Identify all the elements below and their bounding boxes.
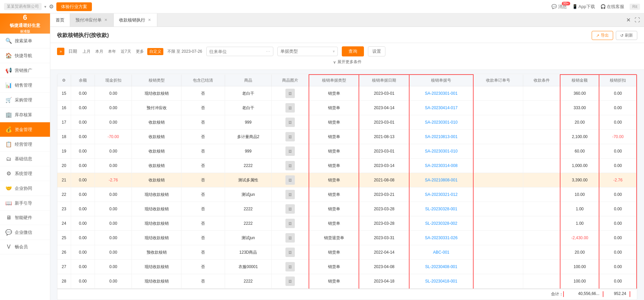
- table-wrap[interactable]: ⚙ 余额 现金折扣 核销类型 包含已结清 商品 商品图片 核销单据类型 核销单据…: [57, 74, 637, 300]
- th-cash-discount: 现金折扣: [95, 75, 132, 86]
- sidebar-item-member[interactable]: V畅会员: [0, 240, 50, 254]
- sidebar-item-purchase[interactable]: 🛒采购管理: [0, 93, 50, 108]
- cell-write-off-type-6: 销货单: [309, 173, 359, 187]
- filter-expand-button[interactable]: »: [57, 48, 64, 55]
- write-off-no-link-2[interactable]: SA-20230301-010: [425, 120, 458, 125]
- cell-write-off-discount-1: 0.00: [599, 101, 637, 115]
- cell-write-off-no-2[interactable]: SA-20230301-010: [409, 115, 473, 130]
- date-prev-month[interactable]: 上月: [81, 48, 92, 55]
- write-off-no-link-10[interactable]: SA-20230331-026: [425, 235, 458, 240]
- cell-type-0: 现结收款核销: [132, 86, 181, 101]
- sidebar-item-corp[interactable]: 🤝企业协同: [0, 181, 50, 196]
- sidebar-item-system[interactable]: ⚙系统管理: [0, 166, 50, 181]
- cell-write-off-no-1[interactable]: SA-20230414-017: [409, 101, 473, 115]
- partner-more-icon[interactable]: ···: [266, 48, 270, 54]
- tab-close-all-icon[interactable]: ✕: [625, 16, 632, 24]
- tab-home[interactable]: 首页: [50, 13, 70, 27]
- date-label: 日期: [68, 48, 77, 54]
- cell-included-10: 否: [181, 231, 225, 245]
- sidebar-item-basic[interactable]: 🗂基础信息: [0, 152, 50, 166]
- cell-write-off-no-3[interactable]: SA-20210813-001: [409, 130, 473, 144]
- cell-write-off-no-9[interactable]: SL-20230328-002: [409, 216, 473, 231]
- system-icon: ⚙: [5, 170, 12, 177]
- write-off-no-link-3[interactable]: SA-20210813-001: [425, 134, 458, 139]
- cell-write-off-no-13[interactable]: SL-20230418-001: [409, 274, 473, 289]
- query-button[interactable]: 查询: [342, 46, 364, 56]
- write-off-no-link-12[interactable]: SL-20230408-001: [425, 264, 457, 269]
- write-off-no-link-7[interactable]: SA-20230321-012: [425, 192, 458, 197]
- cell-write-off-amount-5: 1,000.00: [560, 159, 599, 173]
- write-off-no-link-1[interactable]: SA-20230414-017: [425, 105, 458, 110]
- cell-included-2: 否: [181, 115, 225, 130]
- write-off-no-link-4[interactable]: SA-20230301-010: [425, 149, 458, 154]
- write-off-no-link-11[interactable]: ABC-001: [433, 250, 449, 255]
- tab-expand-icon[interactable]: ⛶: [633, 16, 641, 24]
- user-info[interactable]: Rit: [630, 4, 640, 10]
- cell-balance-7: 0.00: [71, 187, 95, 202]
- single-type-select[interactable]: [298, 49, 333, 54]
- table-row: 28 0.00 0.00 现结收款核销 否 2222 🖼 销货单 2023-04…: [57, 274, 637, 289]
- sidebar-item-hardware[interactable]: 🖥智能硬件: [0, 211, 50, 225]
- wechat-icon: 💬: [5, 229, 12, 235]
- export-button[interactable]: ↗ 导出: [592, 31, 613, 40]
- settings-icon[interactable]: ⚙: [49, 3, 54, 10]
- company-selector[interactable]: 某某贸易有限公司: [4, 3, 42, 10]
- sidebar-item-label-inventory: 库存核算: [15, 112, 32, 118]
- sidebar-item-guide[interactable]: 📖新手引导: [0, 196, 50, 211]
- sidebar-item-quicknav[interactable]: 🏠快捷导航: [0, 48, 50, 63]
- cell-balance-6: 0.00: [71, 173, 95, 187]
- cell-receipt-order-6: [473, 173, 523, 187]
- product-img-0: 🖼: [285, 89, 295, 98]
- setting-button[interactable]: 设置: [368, 46, 385, 56]
- date-this-month[interactable]: 本月: [94, 48, 105, 55]
- refresh-button[interactable]: ↺ 刷新: [616, 31, 637, 40]
- write-off-no-link-0[interactable]: SA-20230301-001: [425, 91, 458, 96]
- sidebar-item-wechat[interactable]: 💬企业微信: [0, 225, 50, 240]
- cell-write-off-no-8[interactable]: SL-20230328-001: [409, 202, 473, 216]
- write-off-no-link-9[interactable]: SL-20230328-002: [425, 221, 457, 226]
- date-this-year[interactable]: 本年: [107, 48, 117, 55]
- top-bar-left: 某某贸易有限公司 ▾ ⚙ 体验行业方案: [4, 2, 549, 11]
- th-settings[interactable]: ⚙: [57, 75, 71, 86]
- service-button[interactable]: 🎧 在线客服: [600, 4, 625, 10]
- cell-product-6: 测试多属性: [225, 173, 272, 187]
- date-options: 上月 本月 本年 近7天 更多 自定义: [81, 48, 163, 55]
- cell-write-off-no-11[interactable]: ABC-001: [409, 245, 473, 260]
- cell-write-off-date-4: 2023-03-01: [359, 144, 409, 159]
- sidebar-item-business[interactable]: 📋经营管理: [0, 137, 50, 152]
- date-more[interactable]: 更多: [135, 48, 145, 55]
- cell-included-12: 否: [181, 260, 225, 274]
- trial-button[interactable]: 体验行业方案: [56, 2, 92, 11]
- notify-button[interactable]: 💬 消息 99+: [551, 4, 567, 10]
- column-settings-icon[interactable]: ⚙: [62, 78, 66, 83]
- cell-write-off-no-4[interactable]: SA-20230301-010: [409, 144, 473, 159]
- table-row: 22 0.00 0.00 现结收款核销 否 测试jun 🖼 销货单 2023-0…: [57, 187, 637, 202]
- write-off-no-link-5[interactable]: SA-20230314-008: [425, 163, 458, 168]
- cell-write-off-no-10[interactable]: SA-20230331-026: [409, 231, 473, 245]
- tab-prepay[interactable]: 预付冲应付单✕: [70, 13, 114, 27]
- date-custom-badge[interactable]: 自定义: [147, 48, 163, 55]
- cell-write-off-no-0[interactable]: SA-20230301-001: [409, 86, 473, 101]
- date-7days[interactable]: 近7天: [119, 48, 132, 55]
- expand-more-btn[interactable]: ∨ 展开更多条件: [57, 58, 637, 66]
- sidebar-item-search[interactable]: 🔍搜索菜单: [0, 34, 50, 48]
- tab-receipt[interactable]: 收款核销执行✕: [114, 13, 157, 27]
- cell-write-off-no-7[interactable]: SA-20230321-012: [409, 187, 473, 202]
- sidebar-item-marketing[interactable]: 📢营销推广: [0, 63, 50, 78]
- write-off-no-link-6[interactable]: SA-20210808-001: [425, 178, 458, 182]
- write-off-no-link-13[interactable]: SL-20230418-001: [425, 279, 457, 284]
- partner-input[interactable]: [209, 49, 266, 54]
- cell-cash-discount-8: 0.00: [95, 202, 132, 216]
- sidebar-item-sales[interactable]: 📊销售管理: [0, 78, 50, 93]
- tab-close-receipt[interactable]: ✕: [147, 17, 152, 23]
- product-img-1: 🖼: [285, 103, 295, 113]
- write-off-no-link-8[interactable]: SL-20230328-001: [425, 207, 457, 211]
- sidebar-item-finance[interactable]: 💰资金管理: [0, 122, 50, 137]
- tab-close-prepay[interactable]: ✕: [104, 17, 108, 23]
- cell-write-off-no-12[interactable]: SL-20230408-001: [409, 260, 473, 274]
- app-download-button[interactable]: 📱 App下载: [572, 4, 595, 10]
- cell-write-off-no-5[interactable]: SA-20230314-008: [409, 159, 473, 173]
- sidebar-item-inventory[interactable]: 🏢库存核算: [0, 108, 50, 122]
- cell-cash-discount-5: 0.00: [95, 159, 132, 173]
- cell-write-off-no-6[interactable]: SA-20210808-001: [409, 173, 473, 187]
